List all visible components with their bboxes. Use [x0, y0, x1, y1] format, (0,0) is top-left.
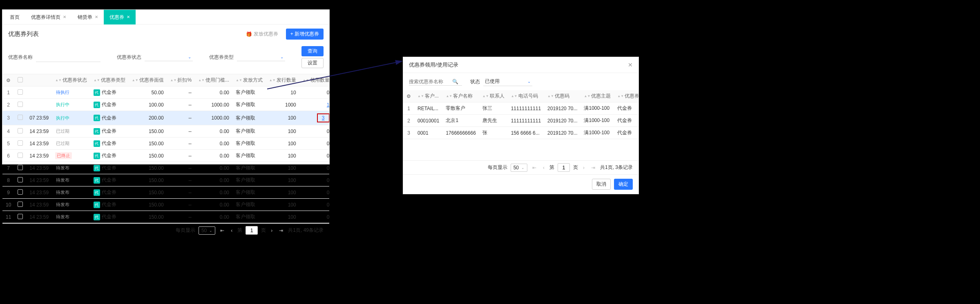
sort-icon: ▲▼ — [170, 79, 177, 82]
tab-sales-order[interactable]: 销货单✕ — [72, 10, 104, 24]
subject-column[interactable]: ▲▼优惠主题 — [580, 90, 614, 102]
checkbox-cell — [14, 199, 26, 211]
type-column[interactable]: ▲▼优惠券类 — [614, 90, 638, 102]
add-coupon-button[interactable]: + 新增优惠券 — [286, 29, 324, 40]
usage-records-modal: 优惠券领用/使用记录 ✕ 🔍 状态 已使用 ⌄ ⚙ ▲▼客户... ▲▼客户名称… — [403, 57, 639, 194]
confirm-button[interactable]: 确定 — [614, 179, 633, 190]
prev-page-button[interactable]: ‹ — [541, 165, 546, 171]
per-page-select[interactable]: 50⌄ — [511, 164, 527, 172]
method-cell: 客户领取 — [232, 87, 266, 99]
page-suffix: 页 — [261, 227, 266, 234]
contact-column[interactable]: ▲▼联系人 — [479, 90, 508, 102]
tab-coupon[interactable]: 优惠券✕ — [104, 10, 136, 24]
table-row[interactable]: 1 待执行 代代金券 50.00 -- 0.00 客户领取 10 0 0 ↗⊞ — [2, 87, 329, 99]
phone-column[interactable]: ▲▼电话号码 — [508, 90, 544, 102]
status-column[interactable]: ▲▼优惠券状态 — [52, 74, 90, 87]
tab-home[interactable]: 首页 — [4, 10, 25, 24]
search-button[interactable]: 查询 — [301, 46, 324, 56]
issue-coupon-button[interactable]: 🎁发放优惠券 — [241, 29, 283, 40]
time-column[interactable] — [26, 74, 52, 87]
row-checkbox[interactable] — [18, 177, 23, 182]
row-checkbox[interactable] — [18, 140, 23, 146]
discount-cell: -- — [167, 174, 195, 186]
status-select[interactable]: ⌄ — [145, 53, 193, 61]
first-page-button[interactable]: ⇤ — [531, 165, 538, 171]
table-row[interactable]: 6 14 23:59 已终止 代代金券 150.00 -- 0.00 客户领取 … — [2, 150, 329, 162]
row-checkbox[interactable] — [18, 189, 23, 195]
method-column[interactable]: ▲▼发放方式 — [232, 74, 266, 87]
table-row[interactable]: 3 07 23:59 执行中 代代金券 200.00 -- 1000.00 客户… — [2, 111, 329, 125]
gear-column[interactable]: ⚙ — [403, 90, 414, 102]
row-checkbox[interactable] — [18, 165, 23, 170]
close-icon[interactable]: ✕ — [63, 10, 66, 24]
tab-label: 优惠券详情页 — [31, 10, 60, 24]
table-row[interactable]: 3 0001 17666666666 张 156 6666 6... 20191… — [403, 127, 638, 139]
type-select[interactable]: ⌄ — [237, 53, 285, 61]
cancel-button[interactable]: 取消 — [592, 179, 611, 190]
type-cell: 代代金券 — [90, 162, 129, 174]
close-icon[interactable]: ✕ — [95, 10, 98, 24]
row-checkbox[interactable] — [18, 102, 23, 107]
select-all-checkbox[interactable] — [18, 77, 23, 82]
table-row[interactable]: 8 14 23:59 待发布 代代金券 150.00 -- 0.00 客户领取 … — [2, 174, 329, 186]
per-page-value: 50 — [201, 228, 207, 233]
table-header-row: ⚙ ▲▼优惠券状态 ▲▼优惠券类型 ▲▼优惠券面值 ▲▼折扣% ▲▼使用门槛..… — [2, 74, 329, 87]
row-checkbox[interactable] — [18, 115, 23, 120]
close-icon[interactable]: ✕ — [127, 10, 130, 24]
claimed-link[interactable]: 3 — [322, 115, 325, 121]
threshold-cell: 0.00 — [195, 162, 232, 174]
value-cell: 150.00 — [129, 162, 167, 174]
table-row[interactable]: 4 14 23:59 已过期 代代金券 150.00 -- 0.00 客户领取 … — [2, 125, 329, 138]
row-checkbox[interactable] — [18, 153, 23, 158]
discount-column[interactable]: ▲▼折扣% — [167, 74, 195, 87]
table-row[interactable]: 9 14 23:59 待发布 代代金券 150.00 -- 0.00 客户领取 … — [2, 186, 329, 199]
last-page-button[interactable]: ⇥ — [277, 228, 285, 233]
row-checkbox[interactable] — [18, 214, 23, 219]
threshold-cell: 0.00 — [195, 125, 232, 138]
next-page-button[interactable]: › — [269, 228, 274, 233]
table-row[interactable]: 11 14 23:59 待发布 代代金券 150.00 -- 0.00 客户领取… — [2, 211, 329, 223]
threshold-column[interactable]: ▲▼使用门槛... — [195, 74, 232, 87]
cust-no-column[interactable]: ▲▼客户... — [414, 90, 442, 102]
checkbox-column — [14, 74, 26, 87]
row-checkbox[interactable] — [18, 128, 23, 133]
value-column[interactable]: ▲▼优惠券面值 — [129, 74, 167, 87]
table-row[interactable]: 2 00010001 北京1 唐先生 11111111111 2019120 7… — [403, 115, 638, 127]
tab-coupon-detail[interactable]: 优惠券详情页✕ — [25, 10, 72, 24]
claimed-cell: 0 — [299, 211, 329, 223]
cust-name-column[interactable]: ▲▼客户名称 — [442, 90, 479, 102]
first-page-button[interactable]: ⇤ — [219, 228, 226, 233]
col-label: 优惠码 — [555, 93, 569, 99]
type-column[interactable]: ▲▼优惠券类型 — [90, 74, 129, 87]
search-icon[interactable]: 🔍 — [452, 79, 458, 84]
code-column[interactable]: ▲▼优惠码 — [544, 90, 580, 102]
prev-page-button[interactable]: ‹ — [229, 228, 234, 233]
gear-column[interactable]: ⚙ — [2, 74, 14, 87]
last-page-button[interactable]: ⇥ — [589, 165, 597, 171]
row-number: 3 — [2, 111, 14, 125]
table-row[interactable]: 1 RETAIL... 零散客户 张三 11111111111 2019120 … — [403, 102, 638, 115]
claimed-qty-column[interactable]: ▲▼领用数量 — [299, 74, 329, 87]
status-select[interactable]: 已使用 ⌄ — [483, 77, 532, 86]
settings-button[interactable]: 设置 — [301, 58, 324, 68]
per-page-select[interactable]: 50⌄ — [199, 226, 215, 235]
checkbox-cell — [14, 111, 26, 125]
search-input[interactable] — [409, 79, 450, 84]
table-row[interactable]: 10 14 23:59 待发布 代代金券 150.00 -- 0.00 客户领取… — [2, 199, 329, 211]
issue-qty-column[interactable]: ▲▼发行数量 — [266, 74, 299, 87]
next-page-button[interactable]: › — [581, 165, 586, 171]
page-input[interactable] — [246, 226, 258, 235]
filter-type: 优惠券类型 ⌄ — [209, 53, 285, 61]
claimed-link[interactable]: 1 — [327, 102, 329, 108]
checkbox-cell — [14, 150, 26, 162]
table-row[interactable]: 7 14 23:59 待发布 代代金券 150.00 -- 0.00 客户领取 … — [2, 162, 329, 174]
table-row[interactable]: 2 执行中 代代金券 100.00 -- 1000.00 客户领取 1000 1… — [2, 99, 329, 111]
table-row[interactable]: 5 14 23:59 已过期 代代金券 150.00 -- 0.00 客户领取 … — [2, 138, 329, 150]
close-icon[interactable]: ✕ — [628, 62, 633, 68]
row-checkbox[interactable] — [18, 89, 23, 95]
page-input[interactable] — [558, 163, 570, 172]
discount-cell: -- — [167, 186, 195, 199]
name-input[interactable] — [36, 53, 100, 62]
row-checkbox[interactable] — [18, 202, 23, 207]
phone-cell: 156 6666 6... — [508, 127, 544, 139]
